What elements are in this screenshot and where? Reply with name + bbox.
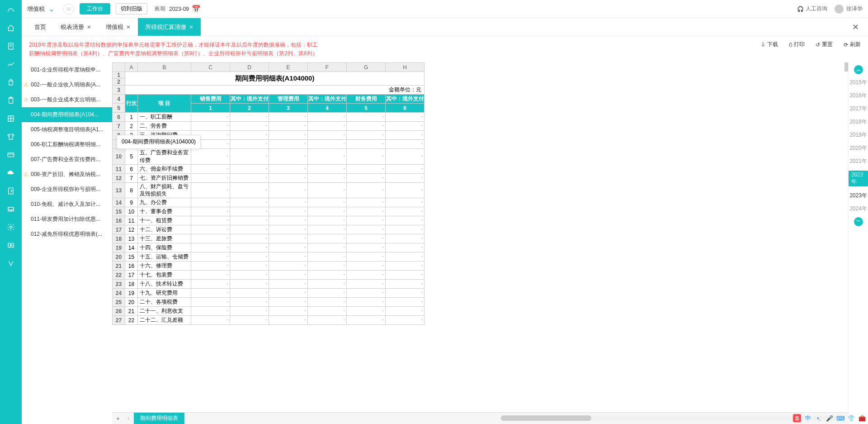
data-cell[interactable]: [191, 165, 230, 174]
data-cell[interactable]: [269, 174, 308, 183]
data-cell[interactable]: [269, 216, 308, 225]
tree-item[interactable]: 004-期间费用明细表(A104...: [22, 107, 112, 122]
data-cell[interactable]: [230, 140, 269, 149]
download-button[interactable]: ⇩下载: [761, 41, 778, 48]
item-cell[interactable]: 十三、差旅费: [138, 234, 191, 243]
data-cell[interactable]: [230, 280, 269, 289]
data-cell[interactable]: [230, 225, 269, 234]
data-cell[interactable]: [269, 149, 308, 165]
data-cell[interactable]: [230, 113, 269, 122]
shirt-icon[interactable]: [6, 132, 15, 141]
data-cell[interactable]: [347, 165, 386, 174]
tab[interactable]: 所得税汇算清缴✕: [138, 18, 201, 36]
data-cell[interactable]: [347, 262, 386, 271]
data-cell[interactable]: [230, 198, 269, 207]
data-cell[interactable]: [386, 252, 425, 262]
year-item[interactable]: 2016年: [849, 92, 867, 100]
ime-keyboard-icon[interactable]: ⌨: [836, 414, 844, 422]
data-cell[interactable]: [386, 243, 425, 252]
data-cell[interactable]: [230, 183, 269, 198]
data-cell[interactable]: [347, 316, 386, 325]
year-item[interactable]: 2015年: [849, 79, 867, 86]
year-item[interactable]: 2021年: [849, 157, 867, 165]
data-cell[interactable]: [191, 262, 230, 271]
grid-icon[interactable]: [6, 114, 15, 123]
data-cell[interactable]: [386, 149, 425, 165]
logo-icon[interactable]: [6, 5, 15, 14]
inbox-icon[interactable]: [6, 205, 15, 214]
year-item[interactable]: 2023年: [849, 192, 867, 200]
year-item[interactable]: 2019年: [849, 131, 867, 139]
data-cell[interactable]: [347, 113, 386, 122]
item-cell[interactable]: 十一、租赁费: [138, 216, 191, 225]
item-cell[interactable]: 二十二、汇兑差额: [138, 316, 191, 325]
switch-old-button[interactable]: 切到旧版: [116, 3, 147, 14]
tab[interactable]: 税表清册✕: [53, 18, 99, 36]
bag-icon[interactable]: [6, 78, 15, 87]
data-cell[interactable]: [347, 140, 386, 149]
data-cell[interactable]: [347, 207, 386, 216]
item-cell[interactable]: 十八、技术转让费: [138, 280, 191, 289]
home-icon[interactable]: [6, 24, 15, 33]
data-cell[interactable]: [269, 316, 308, 325]
period-value[interactable]: 2023-09: [169, 6, 189, 12]
data-cell[interactable]: [308, 113, 347, 122]
data-cell[interactable]: [308, 149, 347, 165]
data-cell[interactable]: [386, 307, 425, 316]
v-icon[interactable]: [6, 259, 15, 268]
data-cell[interactable]: [269, 140, 308, 149]
tree-item[interactable]: ⚠002-一般企业收入明细表(A...: [22, 77, 112, 92]
data-cell[interactable]: [191, 271, 230, 280]
data-cell[interactable]: [269, 113, 308, 122]
data-cell[interactable]: [347, 183, 386, 198]
data-cell[interactable]: [308, 243, 347, 252]
data-cell[interactable]: [269, 262, 308, 271]
item-cell[interactable]: 七、资产折旧摊销费: [138, 174, 191, 183]
tree-item[interactable]: ⚠003-一般企业成本支出明细...: [22, 92, 112, 107]
data-cell[interactable]: [191, 243, 230, 252]
data-cell[interactable]: [269, 165, 308, 174]
data-cell[interactable]: [386, 289, 425, 298]
data-cell[interactable]: [191, 280, 230, 289]
data-cell[interactable]: [308, 271, 347, 280]
hscroll-track[interactable]: [501, 415, 841, 421]
col-header[interactable]: A: [125, 63, 138, 72]
data-cell[interactable]: [386, 216, 425, 225]
data-cell[interactable]: [269, 271, 308, 280]
sheet-prev[interactable]: ‹: [123, 416, 134, 421]
data-cell[interactable]: [308, 298, 347, 307]
data-cell[interactable]: [347, 198, 386, 207]
tree-item[interactable]: 009-企业所得税弥补亏损明...: [22, 182, 112, 197]
data-cell[interactable]: [347, 289, 386, 298]
data-cell[interactable]: [308, 183, 347, 198]
year-item[interactable]: 2017年: [849, 105, 867, 113]
col-header[interactable]: F: [308, 63, 347, 72]
year-item[interactable]: 2022年: [849, 171, 868, 186]
data-cell[interactable]: [308, 122, 347, 131]
data-cell[interactable]: [386, 183, 425, 198]
row-header[interactable]: 1: [113, 72, 125, 79]
gear-icon[interactable]: [6, 223, 15, 232]
data-cell[interactable]: [269, 122, 308, 131]
data-cell[interactable]: [347, 271, 386, 280]
data-cell[interactable]: [269, 307, 308, 316]
data-cell[interactable]: [308, 252, 347, 262]
data-cell[interactable]: [386, 225, 425, 234]
doc-icon[interactable]: [6, 42, 15, 51]
data-cell[interactable]: [230, 131, 269, 140]
data-cell[interactable]: [386, 271, 425, 280]
cloud-icon[interactable]: [6, 168, 15, 177]
ime-mic-icon[interactable]: 🎤: [826, 414, 834, 422]
data-cell[interactable]: [191, 316, 230, 325]
data-cell[interactable]: [191, 122, 230, 131]
item-cell[interactable]: 十、董事会费: [138, 207, 191, 216]
data-cell[interactable]: [386, 280, 425, 289]
col-header[interactable]: D: [230, 63, 269, 72]
ime-tool-icon[interactable]: 🧰: [858, 414, 866, 422]
data-cell[interactable]: [269, 225, 308, 234]
data-cell[interactable]: [191, 198, 230, 207]
col-header[interactable]: H: [386, 63, 425, 72]
data-cell[interactable]: [230, 149, 269, 165]
data-cell[interactable]: [347, 252, 386, 262]
data-cell[interactable]: [386, 122, 425, 131]
